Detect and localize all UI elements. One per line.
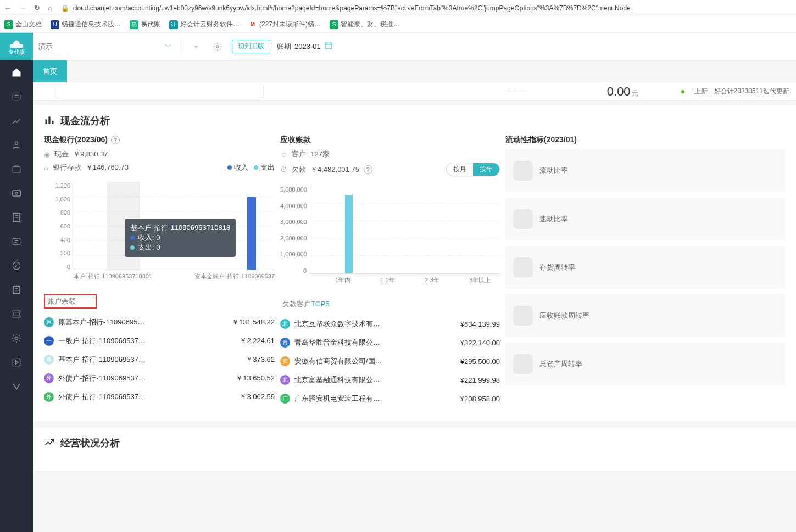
debt-label: 欠款 xyxy=(292,165,306,175)
bookmark-item[interactable]: S金山文档 xyxy=(4,20,42,29)
calendar-icon[interactable] xyxy=(324,41,333,52)
side-tax-icon[interactable] xyxy=(0,229,33,254)
debtor-row[interactable]: 北北京互帮联众数字技术有…¥634,139.99 xyxy=(280,315,500,333)
top5-header: 欠款客户TOP5 xyxy=(280,298,332,310)
lock-icon: 🔒 xyxy=(61,4,69,12)
metric-card[interactable]: 流动比率 xyxy=(505,149,785,192)
ratio-icon xyxy=(513,306,533,326)
metric-card[interactable]: 总资产周转率 xyxy=(505,343,785,385)
svg-point-1 xyxy=(15,142,18,144)
x-label-right: 资本金账户-招行-1109069537 xyxy=(194,272,275,281)
legend-expense: 支出 xyxy=(254,163,275,172)
bookmarks-bar: S金山文档 U畅捷通信息技术股… 易易代账 计好会计云财务软件… M(227封未… xyxy=(0,16,796,33)
bank-value: ￥146,760.73 xyxy=(86,163,129,172)
metric-card[interactable]: 存货周转率 xyxy=(505,246,785,289)
account-row[interactable]: 一一般户-招行-1109069537…￥2,224.61 xyxy=(44,332,275,350)
nav-forward-icon[interactable]: → xyxy=(19,4,26,12)
zero-value: 0.00 xyxy=(607,85,631,98)
side-invoice-icon[interactable] xyxy=(0,205,33,229)
debtor-row[interactable]: 安安徽有信商贸有限公司/国…¥295,500.00 xyxy=(280,352,500,371)
side-asset-icon[interactable] xyxy=(0,157,33,181)
legend-income: 收入 xyxy=(227,163,248,172)
ops-panel: 经营状况分析 xyxy=(33,428,796,471)
account-row[interactable]: 外外债户-招行-1109069537…￥3,062.59 xyxy=(44,388,275,406)
panel-title: 经营状况分析 xyxy=(60,436,120,450)
nav-reload-icon[interactable]: ↻ xyxy=(34,4,40,12)
side-settings-icon[interactable] xyxy=(0,326,33,350)
debtor-row[interactable]: 北北京富基融通科技有限公…¥221,999.98 xyxy=(280,371,500,389)
cash-label: 现金 xyxy=(54,149,69,159)
bank-icon: ⌂ xyxy=(44,164,48,172)
receivable-title: 应收账款 xyxy=(280,135,311,145)
company-select[interactable]: 演示 ﹀ xyxy=(38,38,181,55)
bookmark-item[interactable]: 计好会计云财务软件… xyxy=(169,20,240,29)
cash-value: ￥9,830.37 xyxy=(73,149,108,159)
dash-value: — — xyxy=(508,87,528,96)
svg-rect-14 xyxy=(46,119,47,124)
unit-label: 元 xyxy=(632,89,638,97)
svg-rect-0 xyxy=(13,93,20,100)
svg-point-4 xyxy=(15,192,18,194)
side-salary-icon[interactable] xyxy=(0,181,33,205)
customer-label: 客户 xyxy=(292,149,306,159)
bookmark-item[interactable]: U畅捷通信息技术股… xyxy=(51,20,121,29)
bookmark-item[interactable]: M(227封未读邮件)畅… xyxy=(248,20,321,29)
debtor-row[interactable]: 青青岛华胜普金科技有限公…¥322,140.00 xyxy=(280,333,500,352)
svg-point-12 xyxy=(216,45,219,48)
cash-bank-title: 现金银行(2023/06) xyxy=(44,135,108,145)
chart-tooltip: 基本户-招行-110906953710818 收入: 0 支出: 0 xyxy=(125,219,236,257)
side-archive-icon[interactable] xyxy=(0,254,33,278)
side-report-icon[interactable] xyxy=(0,109,33,133)
bookmark-item[interactable]: 易易代账 xyxy=(130,20,160,29)
side-print-icon[interactable] xyxy=(0,302,33,326)
side-home-icon[interactable] xyxy=(0,60,33,85)
side-fund-icon[interactable] xyxy=(0,133,33,157)
account-row[interactable]: 原原基本户-招行-11090695…￥131,548.22 xyxy=(44,313,275,332)
period-value[interactable]: 2023-01 xyxy=(294,42,321,51)
cash-icon: ◉ xyxy=(44,150,50,159)
svg-rect-10 xyxy=(13,359,20,366)
url-text[interactable]: cloud.chanjet.com/accounting/uw1eb00zy96… xyxy=(73,4,631,12)
browser-toolbar: ← → ↻ ⌂ 🔒 cloud.chanjet.com/accounting/u… xyxy=(0,0,796,16)
period-label: 账期 xyxy=(277,42,291,52)
cash-bar-chart[interactable]: 02004006008001,0001,200 xyxy=(44,182,275,287)
metric-card[interactable]: 速动比率 xyxy=(505,198,785,240)
bookmark-item[interactable]: S智能票、财、税推… xyxy=(330,20,400,29)
help-icon[interactable]: ? xyxy=(364,165,372,174)
nav-home-icon[interactable]: ⌂ xyxy=(48,4,52,12)
ratio-icon xyxy=(513,354,533,374)
cashflow-panel: 现金流分析 现金银行(2023/06) ? ◉ 现金 ￥9,830.37 xyxy=(33,105,796,421)
svg-rect-3 xyxy=(13,191,21,196)
svg-rect-13 xyxy=(325,43,332,49)
company-name: 演示 xyxy=(38,42,53,52)
help-icon[interactable]: ? xyxy=(111,136,120,144)
update-notice[interactable]: 「上新」好会计20230511迭代更新 xyxy=(681,87,789,96)
svg-rect-16 xyxy=(52,120,53,124)
ratio-icon xyxy=(513,209,533,229)
account-row[interactable]: 基基本户-招行-1109069537…￥373.62 xyxy=(44,350,275,369)
switch-old-button[interactable]: 切到旧版 xyxy=(232,40,270,53)
side-app-icon[interactable] xyxy=(0,350,33,374)
period-toggle[interactable]: 按月 按年 xyxy=(446,163,500,176)
tab-home[interactable]: 首页 xyxy=(33,60,67,82)
metric-card[interactable]: 应收账款周转率 xyxy=(505,294,785,337)
add-button[interactable]: ＋ xyxy=(188,39,203,54)
receivable-bar-chart[interactable]: 01,000,0002,000,0003,000,0004,000,0005,0… xyxy=(280,186,500,290)
sub-tabs: 首页 xyxy=(33,60,796,82)
side-voucher-icon[interactable] xyxy=(0,85,33,109)
side-closing-icon[interactable] xyxy=(0,278,33,302)
topbar: 演示 ﹀ ＋ 切到旧版 账期 2023-01 xyxy=(33,33,796,60)
svg-rect-2 xyxy=(13,167,20,172)
toggle-month: 按月 xyxy=(447,163,473,176)
chevron-down-icon: ﹀ xyxy=(165,42,172,52)
debtor-row[interactable]: 广广东腾安机电安装工程有…¥208,958.00 xyxy=(280,389,500,408)
app-logo[interactable]: 专业版 xyxy=(0,33,33,60)
liquidity-title: 流动性指标(2023/01) xyxy=(505,135,577,145)
trend-icon xyxy=(44,437,55,450)
account-row[interactable]: 外外债户-招行-1109069537…￥13,650.52 xyxy=(44,369,275,388)
logo-subtitle: 专业版 xyxy=(8,48,25,56)
gear-icon[interactable] xyxy=(210,39,225,54)
nav-back-icon[interactable]: ← xyxy=(4,4,12,12)
toggle-year: 按年 xyxy=(473,163,499,176)
side-v-icon[interactable] xyxy=(0,374,33,399)
